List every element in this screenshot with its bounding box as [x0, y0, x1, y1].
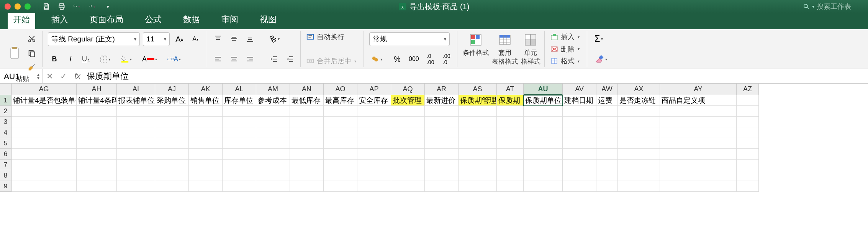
font-color-button[interactable]: A▾ — [140, 53, 162, 66]
align-top-button[interactable] — [211, 32, 224, 45]
minimize-window-button[interactable] — [15, 3, 21, 10]
column-header-AP[interactable]: AP — [357, 84, 391, 95]
cell[interactable] — [189, 149, 223, 160]
cell[interactable]: 参考成本 — [256, 95, 290, 106]
cell[interactable] — [737, 170, 759, 181]
tab-data[interactable]: 数据 — [178, 12, 205, 29]
cell[interactable]: 是否走冻链 — [618, 95, 660, 106]
column-header-AJ[interactable]: AJ — [155, 84, 189, 95]
font-size-combo[interactable]: 11▾ — [143, 32, 170, 46]
cell[interactable] — [117, 106, 155, 117]
cell[interactable] — [155, 149, 189, 160]
column-header-AI[interactable]: AI — [117, 84, 155, 95]
cell[interactable] — [77, 181, 117, 192]
cell[interactable] — [459, 170, 497, 181]
cell[interactable]: 采购单位 — [155, 95, 189, 106]
clear-button[interactable]: ▾ — [593, 53, 613, 66]
cell[interactable] — [290, 160, 324, 170]
cell[interactable] — [357, 170, 391, 181]
cell[interactable] — [189, 170, 223, 181]
orientation-button[interactable]: ab▾ — [267, 32, 285, 45]
cell[interactable] — [563, 181, 596, 192]
cell[interactable] — [497, 138, 524, 149]
cell[interactable] — [155, 160, 189, 170]
cell[interactable] — [391, 106, 425, 117]
format-cells-button[interactable]: 格式▾ — [550, 56, 583, 66]
cell[interactable] — [290, 127, 324, 138]
cell[interactable] — [737, 149, 759, 160]
cell[interactable] — [391, 160, 425, 170]
cell[interactable] — [660, 106, 737, 117]
cell[interactable]: 批次管理 — [391, 95, 425, 106]
cell[interactable] — [524, 160, 563, 170]
column-header-AH[interactable]: AH — [77, 84, 117, 95]
column-header-AN[interactable]: AN — [290, 84, 324, 95]
increase-indent-button[interactable] — [283, 53, 296, 66]
cell[interactable] — [290, 117, 324, 127]
cell[interactable] — [256, 117, 290, 127]
cell[interactable] — [524, 117, 563, 127]
cell[interactable] — [256, 149, 290, 160]
cell[interactable] — [737, 138, 759, 149]
column-header-AM[interactable]: AM — [256, 84, 290, 95]
cell[interactable] — [357, 160, 391, 170]
cell[interactable] — [524, 106, 563, 117]
cell[interactable] — [117, 149, 155, 160]
cell[interactable] — [357, 117, 391, 127]
row-header[interactable]: 1 — [0, 95, 11, 106]
cell[interactable] — [459, 117, 497, 127]
column-header-AY[interactable]: AY — [660, 84, 737, 95]
column-header-AQ[interactable]: AQ — [391, 84, 425, 95]
cell[interactable] — [660, 138, 737, 149]
cell[interactable] — [563, 127, 596, 138]
cell[interactable] — [155, 181, 189, 192]
wrap-text-button[interactable]: 自动换行 — [306, 32, 360, 41]
cell[interactable] — [596, 106, 618, 117]
cell[interactable] — [391, 149, 425, 160]
cell[interactable] — [524, 181, 563, 192]
cell[interactable] — [324, 160, 357, 170]
cell[interactable] — [660, 181, 737, 192]
cell[interactable]: 保质期管理 — [459, 95, 497, 106]
cell[interactable] — [563, 117, 596, 127]
cut-button[interactable] — [25, 32, 38, 45]
cell[interactable] — [324, 181, 357, 192]
column-header-AG[interactable]: AG — [11, 84, 77, 95]
cell[interactable] — [391, 138, 425, 149]
comma-button[interactable]: 000 — [407, 53, 421, 66]
cell[interactable] — [189, 138, 223, 149]
cell[interactable] — [391, 127, 425, 138]
cell[interactable] — [425, 170, 459, 181]
align-left-button[interactable] — [211, 53, 224, 66]
cell[interactable] — [425, 149, 459, 160]
cell[interactable] — [189, 117, 223, 127]
cell[interactable] — [563, 106, 596, 117]
cell[interactable] — [737, 160, 759, 170]
select-all-corner[interactable] — [0, 84, 11, 95]
cell[interactable] — [497, 106, 524, 117]
cell[interactable] — [497, 160, 524, 170]
column-header-AK[interactable]: AK — [189, 84, 223, 95]
cell[interactable] — [324, 149, 357, 160]
column-header-AL[interactable]: AL — [223, 84, 256, 95]
cell[interactable]: 商品自定义项 — [660, 95, 737, 106]
phonetic-button[interactable]: abcA▾ — [165, 53, 186, 66]
redo-icon[interactable]: ▾ — [88, 2, 97, 11]
cell[interactable] — [324, 138, 357, 149]
close-window-button[interactable] — [5, 3, 11, 10]
cell[interactable] — [77, 170, 117, 181]
cell[interactable] — [737, 117, 759, 127]
cell[interactable] — [256, 170, 290, 181]
row-header[interactable]: 7 — [0, 160, 11, 170]
cell[interactable] — [660, 149, 737, 160]
undo-icon[interactable]: ▾ — [73, 2, 81, 11]
cell[interactable] — [223, 106, 256, 117]
cell[interactable] — [77, 127, 117, 138]
cell[interactable] — [256, 127, 290, 138]
zoom-window-button[interactable] — [25, 3, 31, 10]
row-header[interactable]: 3 — [0, 117, 11, 127]
cell[interactable] — [425, 127, 459, 138]
fx-icon[interactable]: fx — [70, 72, 84, 81]
conditional-formatting-button[interactable]: 条件格式 — [463, 32, 489, 57]
cell[interactable] — [596, 170, 618, 181]
